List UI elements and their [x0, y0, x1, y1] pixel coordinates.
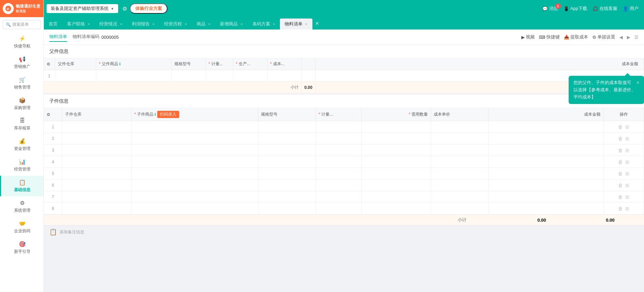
- tab-profit[interactable]: 利润报告 ×: [127, 19, 159, 30]
- child-unit-cell[interactable]: [315, 179, 361, 191]
- child-unit-cost-cell[interactable]: [431, 121, 488, 133]
- delete-icon[interactable]: 🗑: [618, 194, 623, 200]
- delete-icon[interactable]: 🗑: [618, 124, 623, 130]
- sidebar-item-operations[interactable]: 📊 经营管理: [0, 155, 44, 176]
- app-download-action[interactable]: 📱 App下载: [564, 5, 587, 12]
- child-goods-cell[interactable]: [131, 168, 258, 179]
- sidebar-item-inventory[interactable]: 🗄 库存核算: [0, 114, 44, 135]
- child-unit-cell[interactable]: [315, 133, 361, 144]
- tab-goods[interactable]: 商品 ×: [192, 19, 215, 30]
- sidebar-item-finance[interactable]: 💰 资金管理: [0, 135, 44, 155]
- child-spec-cell[interactable]: [258, 168, 315, 179]
- sidebar-item-quicknav[interactable]: ⚡ 快捷导航: [0, 32, 44, 52]
- child-spec-cell[interactable]: [258, 191, 315, 203]
- sidebar-item-marketing[interactable]: 📢 营销推广: [0, 52, 44, 73]
- parent-warehouse-cell[interactable]: [55, 70, 96, 82]
- delete-icon[interactable]: 🗑: [618, 183, 623, 188]
- copy-icon[interactable]: ⊞: [625, 136, 629, 141]
- child-spec-cell[interactable]: [258, 179, 315, 191]
- tab-close-icon[interactable]: ×: [273, 22, 275, 26]
- tab-close-icon[interactable]: ×: [120, 22, 122, 26]
- tab-customer[interactable]: 客户联络 ×: [62, 19, 95, 30]
- tab-close-icon[interactable]: ×: [88, 22, 90, 26]
- child-unit-cost-cell[interactable]: [431, 179, 488, 191]
- close-all-tabs-icon[interactable]: ✕: [312, 21, 322, 26]
- search-menu-item[interactable]: 🔍搜索菜单: [0, 17, 44, 32]
- tab-bom[interactable]: 物料清单 ×: [280, 19, 312, 30]
- child-qty-cell[interactable]: [362, 156, 431, 168]
- list-view-icon[interactable]: ☰: [634, 35, 639, 40]
- child-warehouse-cell[interactable]: [62, 121, 132, 133]
- child-qty-cell[interactable]: [362, 121, 431, 133]
- child-warehouse-cell[interactable]: [62, 179, 132, 191]
- tab-close-icon[interactable]: ×: [152, 22, 154, 26]
- child-qty-cell[interactable]: [362, 179, 431, 191]
- tab-new-goods[interactable]: 新增商品 ×: [215, 19, 247, 30]
- trial-button[interactable]: 体验行业方案: [130, 3, 168, 14]
- delete-icon[interactable]: 🗑: [618, 171, 623, 176]
- settings-icon[interactable]: ⚙: [122, 5, 127, 12]
- sub-tab-bom-code[interactable]: 物料清单编码: [73, 32, 99, 42]
- child-unit-cell[interactable]: [315, 156, 361, 168]
- nav-right-icon[interactable]: ▶: [627, 35, 630, 40]
- child-qty-cell[interactable]: [362, 144, 431, 156]
- user-action[interactable]: 👤 用户: [623, 5, 639, 12]
- child-goods-cell[interactable]: [131, 144, 258, 156]
- tooltip-close-button[interactable]: ×: [636, 79, 639, 86]
- tab-history[interactable]: 经营历程 ×: [159, 19, 191, 30]
- child-col-settings[interactable]: ⚙: [44, 108, 62, 121]
- child-warehouse-cell[interactable]: [62, 191, 132, 203]
- child-unit-cell[interactable]: [315, 121, 361, 133]
- child-unit-cost-cell[interactable]: [431, 203, 488, 214]
- messages-action[interactable]: 💬 消息 6: [542, 5, 558, 12]
- nav-left-icon[interactable]: ◀: [619, 35, 623, 40]
- parent-goods-info-icon[interactable]: ℹ: [119, 62, 121, 66]
- child-goods-cell[interactable]: [131, 156, 258, 168]
- child-goods-cell[interactable]: [131, 121, 258, 133]
- tab-barcode[interactable]: 条码方案 ×: [248, 19, 280, 30]
- delete-icon[interactable]: 🗑: [618, 136, 623, 141]
- child-goods-info-icon[interactable]: ℹ: [154, 112, 156, 116]
- sidebar-item-newbie[interactable]: 🎯 新手引导: [0, 237, 44, 258]
- child-goods-cell[interactable]: [131, 203, 258, 214]
- child-unit-cell[interactable]: [315, 144, 361, 156]
- copy-icon[interactable]: ⊞: [625, 159, 629, 165]
- copy-icon[interactable]: ⊞: [625, 171, 629, 176]
- parent-prod-cell[interactable]: [233, 70, 267, 82]
- tab-close-icon[interactable]: ×: [305, 22, 307, 26]
- copy-icon[interactable]: ⊞: [625, 183, 629, 188]
- delete-icon[interactable]: 🗑: [618, 148, 623, 153]
- child-warehouse-cell[interactable]: [62, 133, 132, 144]
- tab-close-icon[interactable]: ×: [208, 22, 210, 26]
- parent-spec-cell[interactable]: [171, 70, 206, 82]
- system-selector[interactable]: 装备及固定资产辅助管理系统 ▼: [47, 4, 118, 13]
- sidebar-item-enterprise[interactable]: 🤝 企业协同: [0, 217, 44, 237]
- parent-col-settings[interactable]: ⚙: [44, 58, 55, 70]
- child-goods-cell[interactable]: [131, 191, 258, 203]
- doc-settings-action[interactable]: ⚙ 单据设置: [592, 34, 615, 40]
- sidebar-item-purchase[interactable]: 📦 采购管理: [0, 94, 44, 114]
- extract-cost-action[interactable]: 📥 提取成本: [564, 34, 588, 40]
- sub-tab-bom[interactable]: 物料清单: [49, 32, 67, 42]
- child-spec-cell[interactable]: [258, 144, 315, 156]
- child-warehouse-cell[interactable]: [62, 144, 132, 156]
- child-qty-cell[interactable]: [362, 203, 431, 214]
- child-qty-cell[interactable]: [362, 191, 431, 203]
- child-warehouse-cell[interactable]: [62, 168, 132, 179]
- child-goods-cell[interactable]: [131, 133, 258, 144]
- parent-goods-cell[interactable]: [96, 70, 171, 82]
- child-spec-cell[interactable]: [258, 203, 315, 214]
- child-unit-cost-cell[interactable]: [431, 144, 488, 156]
- parent-cost-cell[interactable]: [267, 70, 301, 82]
- tab-close-icon[interactable]: ×: [240, 22, 243, 26]
- copy-icon[interactable]: ⊞: [625, 194, 629, 200]
- child-unit-cost-cell[interactable]: [431, 133, 488, 144]
- sidebar-item-sales[interactable]: 🛒 销售管理: [0, 73, 44, 94]
- copy-icon[interactable]: ⊞: [625, 124, 629, 130]
- shortcut-action[interactable]: ⌨ 快捷键: [539, 34, 560, 40]
- add-row-icon[interactable]: 📋: [49, 228, 57, 236]
- child-unit-cell[interactable]: [315, 203, 361, 214]
- tab-home[interactable]: 首页: [44, 19, 62, 30]
- child-unit-cell[interactable]: [315, 168, 361, 179]
- child-goods-cell[interactable]: [131, 179, 258, 191]
